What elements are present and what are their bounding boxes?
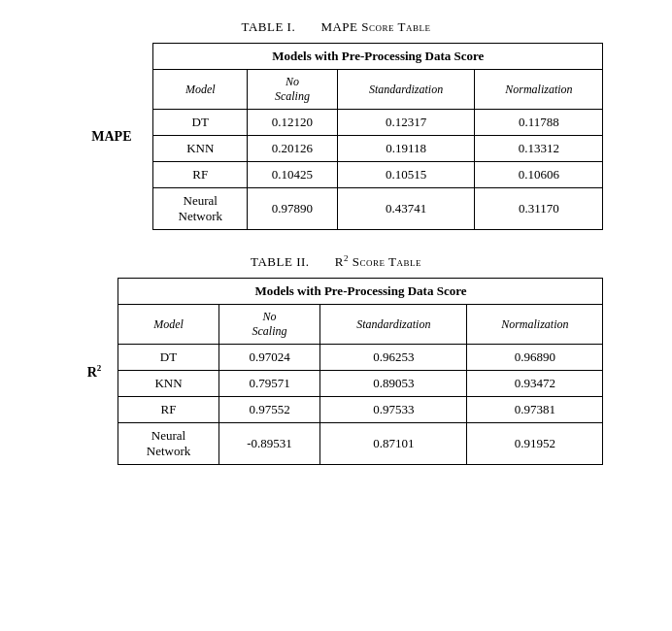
table1-col-normalization: Normalization <box>475 70 603 110</box>
table2-section: TABLE II. R2 Score Table R2 Models with … <box>39 253 633 465</box>
table1-row2-noscaling: 0.20126 <box>248 136 337 162</box>
table2-subtitle: R2 Score Table <box>335 254 421 269</box>
table1-col-model: Model <box>153 70 248 110</box>
table2: R2 Models with Pre-Processing Data Score… <box>69 278 604 465</box>
table1-label: TABLE I. <box>242 19 296 34</box>
table-row: RF 0.97552 0.97533 0.97381 <box>69 397 603 423</box>
table1-col-standardization: Standardization <box>337 70 475 110</box>
table2-row3-normalization: 0.97381 <box>467 397 603 423</box>
table1-title: TABLE I. MAPE Score Table <box>39 19 633 35</box>
table1-header-main: Models with Pre-Processing Data Score <box>153 44 603 70</box>
table2-title: TABLE II. R2 Score Table <box>39 253 633 270</box>
table2-row2-model: KNN <box>118 371 218 397</box>
table1-row4-normalization: 0.31170 <box>475 188 603 230</box>
table2-row1-noscaling: 0.97024 <box>218 345 320 371</box>
table1-row4-noscaling: 0.97890 <box>248 188 337 230</box>
table1-row4-model: NeuralNetwork <box>153 188 248 230</box>
table1-row3-normalization: 0.10606 <box>475 162 603 188</box>
table2-row4-normalization: 0.91952 <box>467 423 603 465</box>
table1-row1-noscaling: 0.12120 <box>248 110 337 136</box>
table1-row3-noscaling: 0.10425 <box>248 162 337 188</box>
table1-col-noscaling: NoScaling <box>248 70 337 110</box>
table1-row1-standardization: 0.12317 <box>337 110 475 136</box>
table1-row2-standardization: 0.19118 <box>337 136 475 162</box>
table1-row2-normalization: 0.13312 <box>475 136 603 162</box>
table-row: KNN 0.79571 0.89053 0.93472 <box>69 371 603 397</box>
table2-row3-noscaling: 0.97552 <box>218 397 320 423</box>
table2-label: TABLE II. <box>251 254 310 269</box>
table1-outer-label: MAPE <box>69 44 153 230</box>
table-row: DT 0.97024 0.96253 0.96890 <box>69 345 603 371</box>
table2-row1-model: DT <box>118 345 218 371</box>
table1-row1-model: DT <box>153 110 248 136</box>
table2-row2-normalization: 0.93472 <box>467 371 603 397</box>
table2-outer-label: R2 <box>69 279 118 465</box>
table1-section: TABLE I. MAPE Score Table MAPE Models wi… <box>39 19 633 230</box>
table2-row1-normalization: 0.96890 <box>467 345 603 371</box>
table2-row4-standardization: 0.87101 <box>320 423 467 465</box>
table2-row3-standardization: 0.97533 <box>320 397 467 423</box>
table2-col-standardization: Standardization <box>320 305 467 345</box>
table2-col-normalization: Normalization <box>467 305 603 345</box>
table2-col-noscaling: NoScaling <box>218 305 320 345</box>
table-row: NeuralNetwork -0.89531 0.87101 0.91952 <box>69 423 603 465</box>
table2-row2-noscaling: 0.79571 <box>218 371 320 397</box>
table2-row4-noscaling: -0.89531 <box>218 423 320 465</box>
table1-row3-model: RF <box>153 162 248 188</box>
table1-subtitle: MAPE Score Table <box>320 19 430 34</box>
table1: MAPE Models with Pre-Processing Data Sco… <box>69 43 604 230</box>
table2-col-model: Model <box>118 305 218 345</box>
table2-row4-model: NeuralNetwork <box>118 423 218 465</box>
table1-row2-model: KNN <box>153 136 248 162</box>
table1-row3-standardization: 0.10515 <box>337 162 475 188</box>
table2-header-main: Models with Pre-Processing Data Score <box>118 279 603 305</box>
table2-row3-model: RF <box>118 397 218 423</box>
table2-row2-standardization: 0.89053 <box>320 371 467 397</box>
table1-row1-normalization: 0.11788 <box>475 110 603 136</box>
table1-row4-standardization: 0.43741 <box>337 188 475 230</box>
table2-row1-standardization: 0.96253 <box>320 345 467 371</box>
